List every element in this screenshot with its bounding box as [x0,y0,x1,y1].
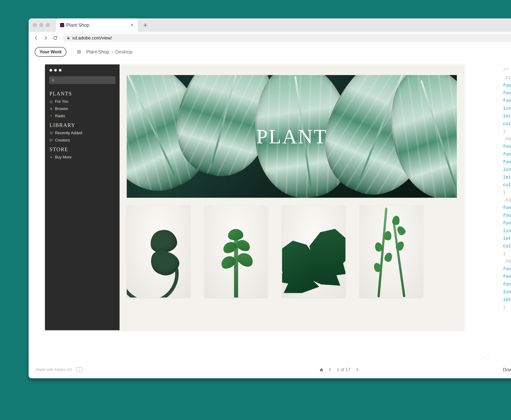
reload-button[interactable] [53,36,59,40]
new-tab-button[interactable]: + [141,21,150,29]
prev-page-icon[interactable] [328,368,332,372]
thumbnail-1[interactable] [127,205,190,298]
artboard-window-dots [45,64,119,75]
thumbnail-3[interactable] [282,205,345,298]
home-page-icon[interactable] [319,368,324,372]
divider [72,48,72,55]
sidebar-item-label: Radio [55,114,65,118]
thumbnail-2[interactable] [204,205,268,298]
sidebar-item-label: Creators [55,138,70,142]
breadcrumb-separator: › [111,49,113,55]
sidebar-item-label: Buy More [55,155,72,159]
download-variables-link[interactable]: Download Variables [503,367,511,372]
thumbnail-4[interactable] [360,205,423,298]
sidebar-item-label: Recently Added [55,131,82,135]
resize-handle-icon[interactable]: ⟋⟋ [482,355,490,360]
lock-icon [67,36,70,40]
sidebar-item-radio[interactable]: Radio [45,112,119,120]
hero-image: PLANT [127,75,457,198]
breadcrumb: Plant Shop › Desktop [86,49,133,55]
sidebar-heading-library: LIBRARY [45,120,119,129]
chat-icon [50,139,53,142]
sparkle-icon [50,115,53,118]
breadcrumb-current[interactable]: Desktop [115,49,133,55]
css-panel: /* Character Styles */.h1 {font-family: … [498,59,511,361]
search-icon [52,79,55,82]
sidebar-item-recent[interactable]: Recently Added [45,129,119,137]
window-close-icon[interactable] [33,23,37,27]
tab-close-icon[interactable]: ✕ [130,22,134,28]
breadcrumb-project[interactable]: Plant Shop [86,49,109,55]
app-toolbar: Your Work Plant Shop › Desktop Invite 81… [29,44,511,60]
window-minimize-icon[interactable] [39,23,43,27]
hero-title: PLANT [256,125,327,148]
code-view[interactable]: /* Character Styles */.h1 {font-family: … [498,59,511,314]
tab-title: Plant Shop [66,22,89,28]
address-bar[interactable]: xd.adobe.com/view/ [63,34,511,42]
window-zoom-icon[interactable] [46,23,50,27]
css-panel-footer: Download Variables Download CSS [498,361,511,378]
sidebar-item-label: For You [55,99,68,104]
your-work-button[interactable]: Your Work [35,47,67,57]
svg-rect-3 [79,52,81,53]
url-text: xd.adobe.com/view/ [72,35,112,40]
svg-rect-2 [77,52,79,53]
sidebar-item-foryou[interactable]: For You [45,98,119,105]
creative-cloud-icon: ∞ [76,367,83,372]
svg-point-4 [52,79,54,81]
forward-button[interactable] [43,36,49,40]
svg-rect-1 [79,50,81,52]
plus-icon [50,156,53,159]
url-bar: xd.adobe.com/view/ [29,32,511,44]
sidebar-item-label: Browse [55,106,68,111]
sidebar-heading-plants: PLANTS [45,88,119,98]
home-icon [50,100,53,103]
xd-favicon-icon: Xd [60,23,64,27]
browser-tab[interactable]: Xd Plant Shop ✕ [56,18,138,32]
sidebar-item-browse[interactable]: Browse [45,105,119,112]
grid-view-icon[interactable] [77,50,81,54]
window-controls [33,23,50,27]
artboard-sidebar: PLANTS For You Browse Radio LIBRARY Rece… [45,64,119,330]
thumbnail-row [127,205,423,298]
sidebar-item-buymore[interactable]: Buy More [45,154,119,161]
svg-rect-0 [77,50,79,52]
sidebar-heading-store: STORE [45,144,119,154]
back-button[interactable] [34,36,39,40]
svg-point-5 [51,108,52,109]
artboard-search-input[interactable] [49,76,116,84]
artboard[interactable]: PLANTS For You Browse Radio LIBRARY Rece… [45,64,464,330]
document-body: PLANTS For You Browse Radio LIBRARY Rece… [29,59,511,378]
tab-strip: Xd Plant Shop ✕ + [29,18,511,32]
heart-icon [50,132,53,135]
next-page-icon[interactable] [355,368,359,372]
canvas-footer: Made with Adobe XD ∞ 1 of 17 [29,361,511,378]
pager: 1 of 17 [319,367,359,372]
canvas-area[interactable]: PLANTS For You Browse Radio LIBRARY Rece… [29,59,498,361]
user-icon [50,107,53,110]
sidebar-item-creators[interactable]: Creators [45,137,119,144]
page-indicator: 1 of 17 [337,367,351,372]
made-with-label: Made with Adobe XD [36,368,72,372]
browser-window: Xd Plant Shop ✕ + xd.adobe.com/view/ You… [29,18,511,378]
